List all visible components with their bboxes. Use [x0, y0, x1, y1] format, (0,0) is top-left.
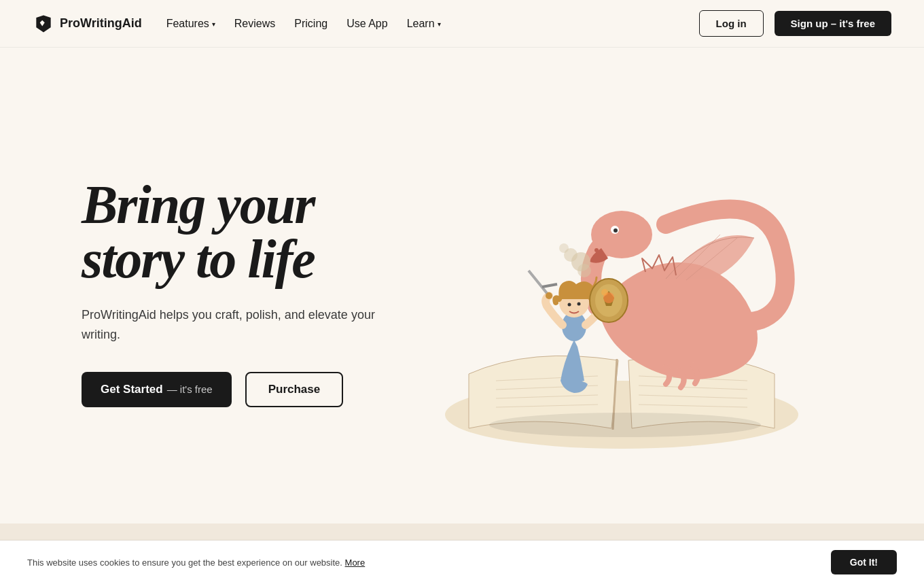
svg-line-24	[542, 284, 557, 287]
nav-left: ProWritingAid Features ▾ Reviews Pricing	[33, 13, 441, 35]
nav-item-pricing: Pricing	[294, 18, 327, 30]
nav-item-use-app: Use App	[346, 18, 387, 30]
navbar: ProWritingAid Features ▾ Reviews Pricing	[0, 0, 924, 48]
logo-link[interactable]: ProWritingAid	[33, 13, 142, 35]
cookie-banner: This website uses cookies to ensure you …	[0, 540, 924, 584]
nav-links: Features ▾ Reviews Pricing Use App	[166, 18, 441, 30]
signup-button[interactable]: Sign up – it's free	[775, 11, 891, 36]
get-started-button[interactable]: Get Started — it's free	[82, 372, 232, 407]
nav-right: Log in Sign up – it's free	[699, 10, 891, 37]
nav-link-reviews[interactable]: Reviews	[234, 18, 275, 30]
svg-point-18	[578, 264, 591, 277]
nav-link-learn[interactable]: Learn ▾	[407, 18, 441, 30]
cookie-text: This website uses cookies to ensure you …	[27, 557, 571, 568]
svg-point-21	[568, 303, 571, 307]
hero-buttons: Get Started — it's free Purchase	[82, 372, 394, 407]
login-button[interactable]: Log in	[699, 10, 764, 37]
svg-point-17	[559, 243, 569, 253]
logo-text: ProWritingAid	[60, 16, 142, 31]
purchase-button[interactable]: Purchase	[245, 372, 344, 407]
nav-item-learn: Learn ▾	[407, 18, 441, 30]
svg-point-30	[489, 413, 761, 437]
hero-section: Bring your story to life ProWritingAid h…	[0, 48, 924, 523]
svg-point-11	[614, 228, 618, 233]
logo-icon	[33, 13, 54, 35]
hero-subtitle: ProWritingAid helps you craft, polish, a…	[82, 305, 394, 345]
nav-item-reviews: Reviews	[234, 18, 275, 30]
features-chevron-icon: ▾	[212, 20, 215, 28]
svg-point-22	[578, 303, 581, 306]
svg-point-12	[594, 248, 599, 252]
nav-link-use-app[interactable]: Use App	[346, 18, 387, 30]
hero-content: Bring your story to life ProWritingAid h…	[82, 177, 394, 407]
nav-item-features: Features ▾	[166, 18, 215, 30]
hero-illustration	[428, 116, 822, 469]
learn-chevron-icon: ▾	[438, 20, 441, 28]
hero-image	[394, 116, 856, 469]
hero-title: Bring your story to life	[82, 177, 394, 286]
nav-link-pricing[interactable]: Pricing	[294, 18, 327, 30]
svg-line-23	[529, 271, 549, 296]
cookie-accept-button[interactable]: Got It!	[831, 550, 897, 574]
cookie-more-link[interactable]: More	[345, 557, 366, 568]
nav-link-features[interactable]: Features ▾	[166, 18, 215, 30]
svg-point-29	[601, 289, 608, 296]
svg-point-25	[546, 292, 552, 299]
